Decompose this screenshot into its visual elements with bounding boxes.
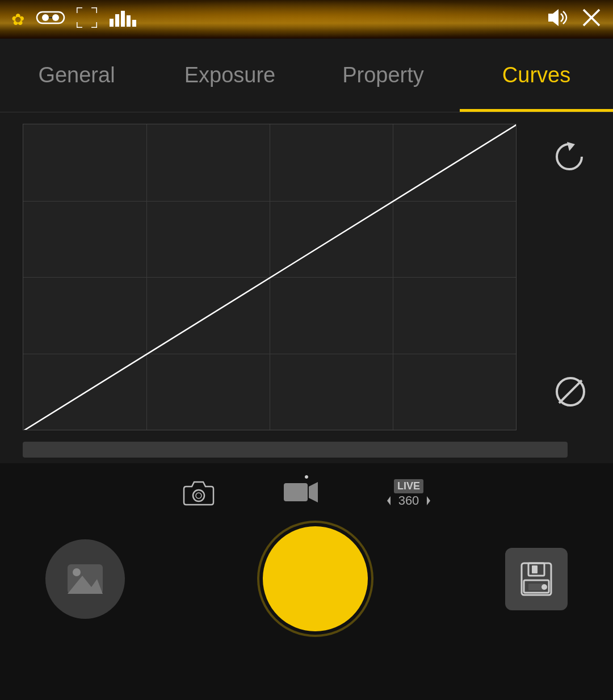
- tab-property[interactable]: Property: [306, 39, 460, 112]
- shutter-button[interactable]: [263, 526, 368, 631]
- svg-point-1: [42, 14, 49, 21]
- video-mode-button[interactable]: [283, 479, 319, 508]
- svg-rect-6: [121, 11, 125, 27]
- svg-point-23: [73, 568, 81, 576]
- reset-curve-button[interactable]: [553, 141, 587, 177]
- flower-icon[interactable]: ✿: [11, 10, 24, 29]
- tab-curves[interactable]: Curves: [460, 39, 613, 112]
- histogram-icon[interactable]: [108, 7, 138, 32]
- camera-mode-selector: LIVE 360: [183, 469, 431, 515]
- camera-ui: LIVE 360: [0, 463, 613, 643]
- curves-panel: [0, 112, 613, 436]
- bottom-row: [0, 515, 613, 643]
- svg-marker-21: [427, 496, 430, 505]
- svg-marker-19: [309, 482, 318, 502]
- svg-line-12: [23, 124, 516, 430]
- svg-rect-27: [532, 565, 538, 573]
- svg-rect-5: [115, 14, 119, 27]
- live-label: LIVE: [394, 479, 423, 493]
- svg-point-30: [541, 584, 547, 590]
- svg-rect-18: [284, 483, 308, 501]
- vr-icon[interactable]: [36, 9, 65, 31]
- slider-bar[interactable]: [23, 442, 568, 458]
- tab-exposure[interactable]: Exposure: [153, 39, 306, 112]
- curve-graph[interactable]: [23, 124, 517, 430]
- curve-line-svg: [23, 124, 516, 430]
- clear-curve-button[interactable]: [553, 375, 587, 413]
- save-button[interactable]: [505, 548, 568, 610]
- badge-360-label: 360: [398, 493, 419, 508]
- svg-line-15: [559, 380, 582, 403]
- svg-point-16: [193, 490, 204, 501]
- curve-side-buttons: [534, 124, 607, 430]
- volume-icon[interactable]: [548, 8, 570, 31]
- curve-graph-container: [23, 124, 534, 430]
- svg-rect-8: [132, 20, 136, 27]
- svg-marker-9: [548, 9, 559, 26]
- live360-mode-button[interactable]: LIVE 360: [387, 479, 431, 508]
- close-icon[interactable]: [581, 7, 602, 32]
- slider-bar-container: [0, 436, 613, 463]
- svg-point-2: [52, 14, 59, 21]
- svg-marker-13: [567, 142, 575, 151]
- photo-mode-button[interactable]: [183, 477, 215, 509]
- fullscreen-icon[interactable]: [77, 7, 97, 32]
- svg-rect-7: [127, 15, 131, 27]
- gallery-button[interactable]: [45, 539, 125, 619]
- tab-general[interactable]: General: [0, 39, 153, 112]
- svg-point-17: [196, 493, 201, 498]
- top-banner: ✿: [0, 0, 613, 39]
- tabs-bar: General Exposure Property Curves: [0, 39, 613, 112]
- svg-marker-20: [387, 496, 391, 505]
- svg-rect-4: [110, 19, 114, 27]
